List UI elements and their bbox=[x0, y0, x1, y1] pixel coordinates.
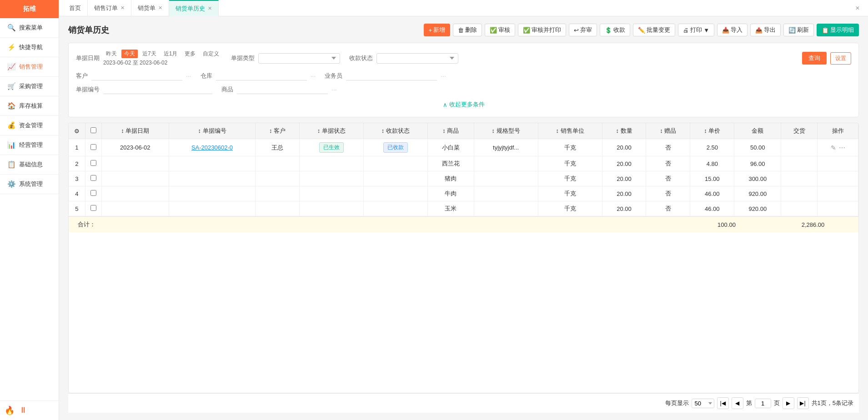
date-tag-today[interactable]: 今天 bbox=[121, 50, 138, 58]
page-input[interactable] bbox=[755, 399, 771, 408]
page-size-select[interactable]: 50 100 200 bbox=[692, 399, 714, 408]
row-checkbox[interactable] bbox=[90, 175, 96, 181]
tab-sales-order[interactable]: 销售订单 ✕ bbox=[88, 0, 131, 16]
cell-payment-status bbox=[363, 201, 427, 216]
col-unit-price[interactable]: ↕ 单价 bbox=[690, 123, 734, 139]
col-goods[interactable]: ↕ 商品 bbox=[427, 123, 474, 139]
col-qty[interactable]: ↕ 数量 bbox=[602, 123, 646, 139]
date-tag-7days[interactable]: 近7天 bbox=[140, 50, 159, 58]
collapse-filter-button[interactable]: ∧ 收起更多条件 bbox=[76, 99, 851, 110]
cell-doc-no bbox=[169, 201, 255, 216]
salesperson-browse-icon[interactable]: ··· bbox=[441, 72, 446, 80]
delete-button[interactable]: 🗑 删除 bbox=[453, 24, 482, 36]
sidebar-item-inventory[interactable]: 🏠 库存核算 bbox=[0, 96, 59, 116]
goods-input[interactable] bbox=[237, 85, 328, 94]
first-page-button[interactable]: |◀ bbox=[717, 397, 729, 409]
col-doc-date[interactable]: ↕ 单据日期 bbox=[101, 123, 169, 139]
sidebar-fire-icon[interactable]: 🔥 bbox=[5, 405, 15, 415]
col-gift[interactable]: ↕ 赠品 bbox=[646, 123, 690, 139]
sidebar-item-quick-nav[interactable]: ⚡ 快捷导航 bbox=[0, 38, 59, 57]
sidebar-logo: 拓维 bbox=[0, 0, 59, 18]
import-button[interactable]: 📥 导入 bbox=[717, 24, 748, 36]
cell-doc-status bbox=[299, 171, 363, 186]
audit-print-button[interactable]: ✅ 审核并打印 bbox=[518, 24, 566, 36]
date-tag-yesterday[interactable]: 昨天 bbox=[103, 50, 120, 58]
col-sales-unit-label: ↕ 销售单位 bbox=[556, 127, 584, 134]
add-icon: + bbox=[429, 27, 432, 34]
query-button[interactable]: 查询 bbox=[802, 52, 827, 65]
sidebar-item-sys-mgmt[interactable]: ⚙️ 系统管理 bbox=[0, 175, 59, 194]
customer-browse-icon[interactable]: ··· bbox=[186, 72, 191, 80]
col-doc-status[interactable]: ↕ 单据状态 bbox=[299, 123, 363, 139]
date-tag-custom[interactable]: 自定义 bbox=[200, 50, 222, 58]
col-spec-type[interactable]: ↕ 规格型号 bbox=[474, 123, 538, 139]
col-config[interactable]: ⚙ bbox=[69, 123, 85, 139]
date-tag-more[interactable]: 更多 bbox=[182, 50, 198, 58]
show-detail-button[interactable]: 📋 显示明细 bbox=[817, 24, 859, 36]
cell-doc-date: 2023-06-02 bbox=[101, 139, 169, 156]
tab-sales-history-close[interactable]: ✕ bbox=[208, 5, 212, 11]
row-checkbox[interactable] bbox=[90, 160, 96, 166]
edit-icon[interactable]: ✎ bbox=[831, 144, 836, 151]
cell-customer bbox=[256, 186, 300, 201]
cell-unit-price: 46.00 bbox=[690, 186, 734, 201]
sidebar-item-ops-mgmt[interactable]: 📊 经营管理 bbox=[0, 135, 59, 155]
col-customer[interactable]: ↕ 客户 bbox=[256, 123, 300, 139]
date-tag-1month[interactable]: 近1月 bbox=[161, 50, 181, 58]
cell-doc-date bbox=[101, 186, 169, 201]
sidebar-item-basic-info[interactable]: 📋 基础信息 bbox=[0, 155, 59, 175]
total-records-text: 共1页，5条记录 bbox=[812, 399, 853, 407]
close-all-tabs[interactable]: ✕ bbox=[851, 5, 864, 11]
docno-input[interactable] bbox=[103, 85, 212, 94]
col-payment-status[interactable]: ↕ 收款状态 bbox=[363, 123, 427, 139]
config-gear-icon[interactable]: ⚙ bbox=[74, 128, 80, 135]
doc-no-link[interactable]: SA-20230602-0 bbox=[191, 144, 233, 151]
warehouse-browse-icon[interactable]: ··· bbox=[311, 72, 316, 80]
prev-page-button[interactable]: ◀ bbox=[732, 397, 743, 409]
table-header-row: ⚙ ↕ 单据日期 ↕ 单据编号 ↕ 客户 bbox=[69, 123, 858, 139]
print-button[interactable]: 🖨 打印 ▼ bbox=[678, 24, 714, 36]
sidebar-item-purchase-mgmt[interactable]: 🛒 采购管理 bbox=[0, 77, 59, 96]
customer-input[interactable] bbox=[91, 71, 182, 80]
tab-sales-order-close[interactable]: ✕ bbox=[120, 5, 125, 11]
row-checkbox[interactable] bbox=[90, 144, 96, 150]
sidebar-item-search-menu[interactable]: 🔍 搜索菜单 bbox=[0, 18, 59, 38]
abandon-button[interactable]: ↩ 弃审 bbox=[569, 24, 597, 36]
doc-type-select[interactable] bbox=[258, 53, 340, 64]
cell-unit-price: 15.00 bbox=[690, 171, 734, 186]
batch-change-button[interactable]: ✏️ 批量变更 bbox=[633, 24, 675, 36]
add-button[interactable]: + 新增 bbox=[424, 24, 451, 36]
goods-browse-icon[interactable]: ··· bbox=[331, 86, 337, 93]
col-doc-status-label: ↕ 单据状态 bbox=[317, 127, 346, 134]
select-all-checkbox[interactable] bbox=[90, 127, 96, 133]
tab-sales-goods-close[interactable]: ✕ bbox=[158, 5, 162, 11]
row-checkbox[interactable] bbox=[90, 190, 96, 196]
receive-button[interactable]: 💲 收款 bbox=[600, 24, 630, 36]
warehouse-input[interactable] bbox=[216, 71, 307, 80]
last-page-button[interactable]: ▶| bbox=[797, 397, 809, 409]
next-page-button[interactable]: ▶ bbox=[783, 397, 794, 409]
salesperson-input[interactable] bbox=[346, 71, 437, 80]
export-button[interactable]: 📤 导出 bbox=[750, 24, 781, 36]
settings-button[interactable]: 设置 bbox=[830, 52, 851, 65]
col-sales-unit[interactable]: ↕ 销售单位 bbox=[538, 123, 602, 139]
cell-gift: 否 bbox=[646, 186, 690, 201]
col-checkbox bbox=[85, 123, 101, 139]
cell-seq: 4 bbox=[69, 186, 85, 201]
sidebar-item-sales-mgmt[interactable]: 📈 销售管理 bbox=[0, 57, 59, 77]
abandon-icon: ↩ bbox=[574, 27, 579, 34]
row-checkbox[interactable] bbox=[90, 205, 96, 211]
refresh-button[interactable]: 🔄 刷新 bbox=[783, 24, 814, 36]
sidebar-item-finance-mgmt[interactable]: 💰 资金管理 bbox=[0, 116, 59, 135]
tab-home[interactable]: 首页 bbox=[63, 0, 88, 16]
tab-sales-goods[interactable]: 销货单 ✕ bbox=[131, 0, 169, 16]
sidebar-item-label: 系统管理 bbox=[19, 180, 43, 188]
col-doc-no[interactable]: ↕ 单据编号 bbox=[169, 123, 255, 139]
audit-button[interactable]: ✅ 审核 bbox=[485, 24, 515, 36]
payment-status-select[interactable] bbox=[376, 53, 458, 64]
more-icon[interactable]: ⋯ bbox=[839, 144, 845, 151]
col-doc-no-label: ↕ 单据编号 bbox=[198, 127, 226, 134]
tab-sales-history[interactable]: 销货单历史 ✕ bbox=[169, 0, 219, 16]
sidebar-pause-icon[interactable]: ⏸ bbox=[19, 405, 27, 415]
print-dropdown-icon: ▼ bbox=[703, 27, 709, 34]
